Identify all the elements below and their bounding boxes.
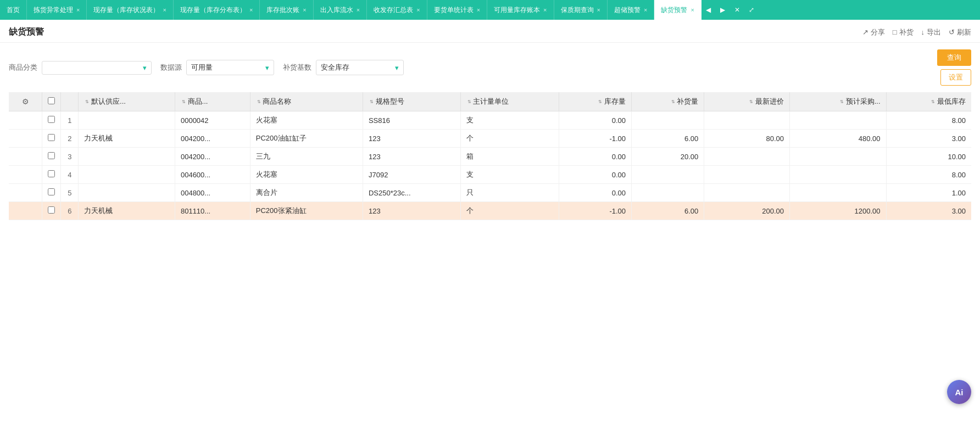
tab-close-inv-dist[interactable]: × xyxy=(249,7,253,13)
gear-icon[interactable]: ⚙ xyxy=(22,97,29,106)
col-latest-price[interactable]: ⇅ 最新进价 xyxy=(704,92,790,111)
row-checkbox-cell[interactable] xyxy=(42,166,61,184)
page-title: 缺货预警 xyxy=(9,26,44,38)
tab-expiry-query[interactable]: 保质期查询 × xyxy=(554,0,608,20)
tab-receipt-summary[interactable]: 收发存汇总表 × xyxy=(367,0,427,20)
tab-home[interactable]: 首页 xyxy=(0,0,27,20)
tab-available-ledger[interactable]: 可用量库存账本 × xyxy=(487,0,554,20)
tab-close-inv-status[interactable]: × xyxy=(163,7,166,13)
filter-right-buttons: 查询 设置 xyxy=(937,49,971,86)
query-button[interactable]: 查询 xyxy=(937,49,971,66)
row-min-inventory: 8.00 xyxy=(886,111,971,130)
data-source-select[interactable]: 可用量 ▾ xyxy=(186,60,274,75)
filter-data-source: 数据源 可用量 ▾ xyxy=(160,60,274,75)
tab-batch-account[interactable]: 库存批次账 × xyxy=(260,0,313,20)
col-min-inventory[interactable]: ⇅ 最低库存 xyxy=(886,92,971,111)
row-latest-price: 200.00 xyxy=(704,202,790,220)
replenish-basis-select[interactable]: 安全库存 ▾ xyxy=(316,60,404,75)
row-checkbox-cell[interactable] xyxy=(42,148,61,166)
col-unit[interactable]: ⇅ 主计量单位 xyxy=(460,92,559,111)
row-seq: 3 xyxy=(61,148,79,166)
tab-shortage[interactable]: 缺货预警 × xyxy=(654,0,701,20)
col-checkbox-all[interactable] xyxy=(42,92,61,111)
col-replenish-qty[interactable]: ⇅ 补货量 xyxy=(632,92,704,111)
sort-icon-inventory: ⇅ xyxy=(598,100,602,104)
row-supplier xyxy=(79,111,175,130)
row-checkbox[interactable] xyxy=(48,116,55,123)
row-inventory: -1.00 xyxy=(559,130,631,148)
row-estimated-purchase: 480.00 xyxy=(790,130,887,148)
tab-overstock[interactable]: 超储预警 × xyxy=(608,0,654,20)
tab-nav-prev[interactable]: ◀ xyxy=(701,0,716,20)
product-category-select[interactable]: ▾ xyxy=(42,61,152,75)
sort-icon-unit: ⇅ xyxy=(467,100,471,104)
tab-inventory-dist[interactable]: 现存量（库存分布表） × xyxy=(174,0,260,20)
sort-icon-code: ⇅ xyxy=(182,100,186,104)
row-product-code: 801110... xyxy=(175,202,250,220)
col-default-supplier[interactable]: ⇅ 默认供应... xyxy=(79,92,175,111)
share-action[interactable]: ↗ 分享 xyxy=(862,27,885,37)
export-icon: ↓ xyxy=(921,28,925,36)
tab-close-expiry[interactable]: × xyxy=(597,7,600,13)
row-spec: DS250*23c... xyxy=(363,184,460,202)
col-product-code[interactable]: ⇅ 商品... xyxy=(175,92,250,111)
row-checkbox[interactable] xyxy=(48,206,55,214)
page-content: 缺货预警 ↗ 分享 □ 补货 ↓ 导出 ↺ 刷新 商品分类 xyxy=(0,20,980,437)
col-inventory[interactable]: ⇅ 库存量 xyxy=(559,92,631,111)
col-seq xyxy=(61,92,79,111)
tab-nav-close[interactable]: ✕ xyxy=(730,0,744,20)
row-checkbox[interactable] xyxy=(48,152,55,159)
row-unit: 箱 xyxy=(460,148,559,166)
tab-bar: 首页 拣货异常处理 × 现存量（库存状况表） × 现存量（库存分布表） × 库存… xyxy=(0,0,980,20)
row-checkbox[interactable] xyxy=(48,134,55,141)
tab-demand-stats[interactable]: 要货单统计表 × xyxy=(427,0,487,20)
tab-inventory-status[interactable]: 现存量（库存状况表） × xyxy=(87,0,173,20)
tab-inout-flow[interactable]: 出入库流水 × xyxy=(314,0,367,20)
row-product-name: PC200油缸缸子 xyxy=(250,130,363,148)
row-product-code: 0000042 xyxy=(175,111,250,130)
row-product-code: 004600... xyxy=(175,166,250,184)
refresh-action[interactable]: ↺ 刷新 xyxy=(949,27,971,37)
sort-icon-replenish: ⇅ xyxy=(671,100,675,104)
tab-close-inout[interactable]: × xyxy=(357,7,360,13)
replenish-action[interactable]: □ 补货 xyxy=(893,27,914,37)
tab-close-overstock[interactable]: × xyxy=(644,7,647,13)
sort-icon-est-purchase: ⇅ xyxy=(840,100,844,104)
sort-icon-latest-price: ⇅ xyxy=(749,100,753,104)
tab-close-exception[interactable]: × xyxy=(76,7,80,13)
row-gear-cell xyxy=(9,111,42,130)
row-spec: 123 xyxy=(363,130,460,148)
tab-close-ledger[interactable]: × xyxy=(543,7,547,13)
settings-button[interactable]: 设置 xyxy=(940,69,971,86)
tab-close-receipt[interactable]: × xyxy=(416,7,420,13)
col-spec[interactable]: ⇅ 规格型号 xyxy=(363,92,460,111)
select-all-checkbox[interactable] xyxy=(48,97,55,104)
col-gear[interactable]: ⚙ xyxy=(9,92,42,111)
tab-close-demand[interactable]: × xyxy=(477,7,480,13)
tab-nav-expand[interactable]: ⤢ xyxy=(744,0,759,20)
row-checkbox-cell[interactable] xyxy=(42,202,61,220)
row-latest-price: 80.00 xyxy=(704,130,790,148)
row-gear-cell xyxy=(9,184,42,202)
tab-close-batch[interactable]: × xyxy=(303,7,306,13)
row-gear-cell xyxy=(9,130,42,148)
row-checkbox-cell[interactable] xyxy=(42,111,61,130)
col-estimated-purchase[interactable]: ⇅ 预计采购... xyxy=(790,92,887,111)
row-latest-price xyxy=(704,111,790,130)
row-min-inventory: 3.00 xyxy=(886,202,971,220)
row-checkbox-cell[interactable] xyxy=(42,184,61,202)
export-action[interactable]: ↓ 导出 xyxy=(921,27,942,37)
filter-replenish-basis: 补货基数 安全库存 ▾ xyxy=(283,60,404,75)
row-latest-price xyxy=(704,184,790,202)
row-supplier xyxy=(79,166,175,184)
row-checkbox[interactable] xyxy=(48,188,55,195)
replenish-basis-label: 补货基数 xyxy=(283,63,311,72)
tab-exception[interactable]: 拣货异常处理 × xyxy=(27,0,87,20)
row-unit: 支 xyxy=(460,166,559,184)
row-checkbox[interactable] xyxy=(48,170,55,177)
tab-nav-next[interactable]: ▶ xyxy=(716,0,730,20)
col-product-name[interactable]: ⇅ 商品名称 xyxy=(250,92,363,111)
tab-close-shortage[interactable]: × xyxy=(691,7,694,13)
ai-badge[interactable]: Ai xyxy=(947,380,971,404)
row-checkbox-cell[interactable] xyxy=(42,130,61,148)
